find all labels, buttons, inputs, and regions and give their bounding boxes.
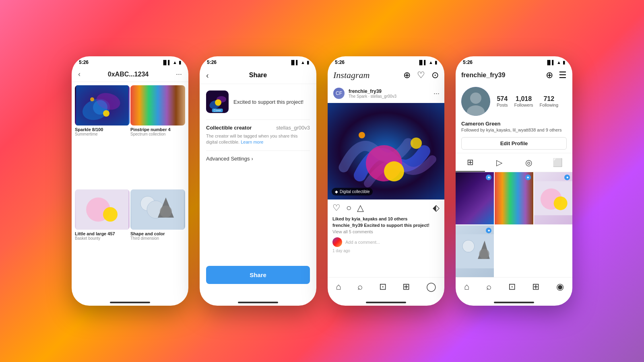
bag-nav-icon[interactable]: ⊞ <box>402 282 410 292</box>
wifi-icon-3: ▲ <box>429 60 433 65</box>
home-nav-icon[interactable]: ⌂ <box>336 282 341 292</box>
nft-item-2[interactable]: Pinstripe number 4 Spectrum collection <box>130 85 185 189</box>
nft-shape-img <box>130 189 185 230</box>
profile-bottom-nav: ⌂ ⌕ ⊡ ⊞ ◉ <box>456 277 572 296</box>
save-icon[interactable]: ⬖ <box>433 203 440 213</box>
profile-followed-by: Followed by kyia_kayaks, lil_wyatt838 an… <box>456 128 572 136</box>
home-bar-1 <box>72 296 188 306</box>
post-subtitle: The Spark · stellas_gr00v3 <box>349 94 430 99</box>
nft-name-1: Sparkle 8/100 <box>75 127 130 132</box>
share-caption: Excited to support this project! <box>233 99 303 105</box>
tab-grid[interactable]: ⊞ <box>456 153 485 172</box>
grid-item-4[interactable] <box>456 225 494 278</box>
ig-bottom-nav: ⌂ ⌕ ⊡ ⊞ ◯ <box>328 277 444 296</box>
post-avatar-img: CF <box>333 88 345 99</box>
collectible-value: stellas_gr00v3 <box>276 125 310 131</box>
comment-placeholder[interactable]: Add a comment... <box>345 240 380 245</box>
battery-icon-2: ▮ <box>307 60 309 65</box>
caption-username[interactable]: frenchie_fry39 <box>332 223 363 228</box>
nft-item-4[interactable]: Shape and color Third dimension <box>130 189 185 293</box>
share-collectible-row: Collectible creator stellas_gr00v3 <box>206 125 310 131</box>
comment-icon[interactable]: ○ <box>346 203 351 213</box>
grid-item-2[interactable] <box>495 172 533 224</box>
post-username[interactable]: frenchie_fry39 <box>349 88 430 94</box>
add-post-icon[interactable]: ⊕ <box>546 70 553 80</box>
bag-nav-icon-2[interactable]: ⊞ <box>532 282 539 292</box>
post-image: ◆ Digital collectible <box>328 103 444 200</box>
grid-item-1[interactable] <box>456 172 494 224</box>
add-icon[interactable]: ⊕ <box>403 70 411 80</box>
status-bar-2: 5:26 ▐▌▌ ▲ ▮ <box>200 56 316 67</box>
back-icon[interactable]: ‹ <box>78 70 80 78</box>
home-nav-icon-2[interactable]: ⌂ <box>464 282 469 292</box>
nft-item-1[interactable]: Sparkle 8/100 Summertime <box>75 85 130 189</box>
svg-point-5 <box>90 97 94 101</box>
like-icon[interactable]: ♡ <box>332 203 341 213</box>
share-content: Cover Excited to support this project! C… <box>200 84 316 296</box>
nft-nav-bar: ‹ 0xABC...1234 ··· <box>72 67 188 82</box>
share-desc: The creator will be tagged when you shar… <box>206 133 310 146</box>
profile-nav-icon[interactable]: ◯ <box>426 282 436 292</box>
search-nav-icon-2[interactable]: ⌕ <box>486 282 491 292</box>
post-avatar[interactable]: CF <box>332 87 345 100</box>
stat-following[interactable]: 712 Following <box>540 95 558 107</box>
comment-avatar <box>332 237 342 247</box>
tab-tagged[interactable]: ◎ <box>514 153 543 172</box>
signal-icon: ▐▌▌ <box>162 60 171 65</box>
messages-icon[interactable]: ⊙ <box>431 70 439 80</box>
digital-collectible-badge: ◆ Digital collectible <box>332 188 373 195</box>
profile-grid <box>456 172 572 277</box>
ig-header: Instagram ⊕ ♡ ⊙ <box>328 67 444 84</box>
shop-nav-icon-2[interactable]: ⊡ <box>508 282 516 292</box>
nft-grid: Sparkle 8/100 Summertime Pinstripe numbe… <box>72 82 188 296</box>
followers-count: 1,018 <box>516 95 532 103</box>
profile-avatar[interactable] <box>461 87 490 116</box>
share-thumb: Cover <box>206 90 229 113</box>
time-1: 5:26 <box>79 60 89 65</box>
menu-icon[interactable]: ☰ <box>559 70 567 80</box>
svg-point-24 <box>470 93 481 104</box>
status-icons-3: ▐▌▌ ▲ ▮ <box>418 60 437 65</box>
share-back-icon[interactable]: ‹ <box>206 71 209 80</box>
time-4: 5:26 <box>463 60 473 65</box>
share-icon[interactable]: △ <box>357 203 364 213</box>
nft-name-3: Little and large 457 <box>75 231 130 236</box>
grid-item-3[interactable] <box>534 172 572 224</box>
post-more-icon[interactable]: ··· <box>433 89 440 98</box>
shop-nav-icon[interactable]: ⊡ <box>379 282 386 292</box>
nft-sparkle-img <box>75 85 130 125</box>
nft-sub-1: Summertime <box>75 132 130 136</box>
edit-profile-button[interactable]: Edit Profile <box>461 137 567 150</box>
heart-icon[interactable]: ♡ <box>417 70 425 80</box>
view-comments[interactable]: View all 5 comments <box>328 229 444 236</box>
diamond-icon: ◆ <box>335 189 338 194</box>
post-header: CF frenchie_fry39 The Spark · stellas_gr… <box>328 84 444 103</box>
search-nav-icon[interactable]: ⌕ <box>357 282 363 292</box>
advanced-settings[interactable]: Advanced Settings › <box>206 156 310 162</box>
status-icons-4: ▐▌▌ ▲ ▮ <box>546 60 565 65</box>
nft-name-4: Shape and color <box>130 231 185 236</box>
share-button[interactable]: Share <box>206 266 310 284</box>
more-icon[interactable]: ··· <box>176 70 182 78</box>
svg-point-4 <box>103 110 109 117</box>
learn-more-link[interactable]: Learn more <box>241 140 263 144</box>
nft-item-3[interactable]: Little and large 457 Basket bounty <box>75 189 130 293</box>
svg-point-17 <box>215 99 221 106</box>
profile-nav-icon-2[interactable]: ◉ <box>556 282 564 292</box>
signal-icon-3: ▐▌▌ <box>418 60 427 65</box>
tab-reels[interactable]: ▷ <box>485 153 514 172</box>
profile-name: Cameron Green <box>456 119 572 128</box>
phone-feed: 5:26 ▐▌▌ ▲ ▮ Instagram ⊕ ♡ ⊙ CF frenchie… <box>328 56 444 306</box>
tab-collectibles[interactable]: ⬜ <box>543 153 573 172</box>
instagram-logo: Instagram <box>333 70 369 80</box>
home-bar-4 <box>456 296 572 306</box>
phone-nft-gallery: 5:26 ▐▌▌ ▲ ▮ ‹ 0xABC...1234 ··· <box>72 56 188 306</box>
share-thumb-cover-label: Cover <box>212 109 223 112</box>
signal-icon-4: ▐▌▌ <box>546 60 555 65</box>
profile-info: 574 Posts 1,018 Followers 712 Following <box>456 84 572 119</box>
avatar-image <box>461 87 490 116</box>
collectible-label: Collectible creator <box>206 125 252 131</box>
wifi-icon-2: ▲ <box>301 60 305 65</box>
signal-icon-2: ▐▌▌ <box>290 60 299 65</box>
stat-followers[interactable]: 1,018 Followers <box>514 95 533 107</box>
